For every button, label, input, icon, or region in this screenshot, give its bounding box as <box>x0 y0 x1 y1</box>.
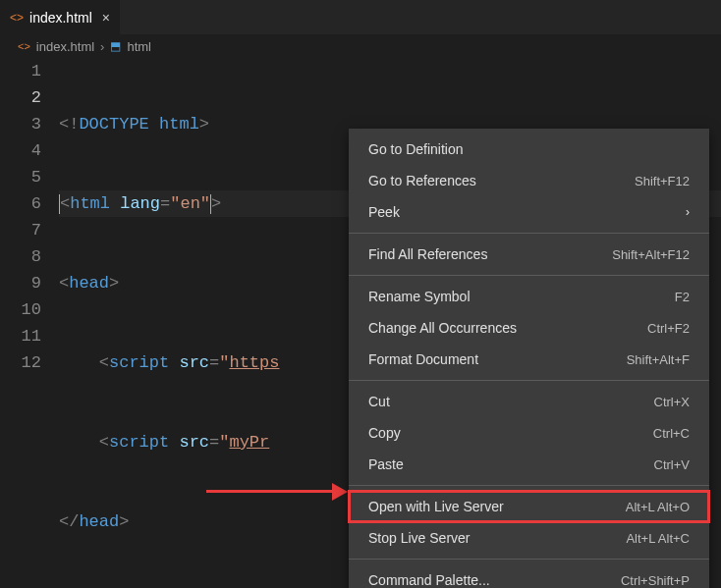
chevron-right-icon: › <box>100 39 104 54</box>
html-file-icon: <> <box>10 11 24 25</box>
menu-separator <box>349 380 709 381</box>
menu-item-open-with-live-server[interactable]: Open with Live ServerAlt+L Alt+O <box>349 491 709 522</box>
tab-filename: index.html <box>29 10 92 26</box>
chevron-right-icon: › <box>686 205 690 219</box>
breadcrumb[interactable]: <> index.html › ⬒ html <box>0 34 721 58</box>
menu-item-format-document[interactable]: Format DocumentShift+Alt+F <box>349 344 709 375</box>
editor-tab[interactable]: <> index.html × <box>0 0 121 34</box>
line-number-gutter: 1 2 3 4 5 6 7 8 9 10 11 12 <box>0 58 59 588</box>
menu-item-peek[interactable]: Peek› <box>349 196 709 228</box>
symbol-icon: ⬒ <box>110 39 121 53</box>
menu-item-command-palette[interactable]: Command Palette...Ctrl+Shift+P <box>349 564 709 588</box>
menu-separator <box>349 485 709 486</box>
menu-separator <box>349 275 709 276</box>
menu-item-rename-symbol[interactable]: Rename SymbolF2 <box>349 281 709 312</box>
tab-bar: <> index.html × <box>0 0 721 34</box>
menu-item-go-to-definition[interactable]: Go to Definition <box>349 134 709 165</box>
menu-item-copy[interactable]: CopyCtrl+C <box>349 417 709 449</box>
breadcrumb-symbol[interactable]: html <box>127 39 151 54</box>
menu-item-stop-live-server[interactable]: Stop Live ServerAlt+L Alt+C <box>349 522 709 554</box>
menu-item-change-all-occurrences[interactable]: Change All OccurrencesCtrl+F2 <box>349 312 709 344</box>
breadcrumb-file[interactable]: index.html <box>36 39 94 54</box>
menu-separator <box>349 233 709 234</box>
menu-separator <box>349 559 709 560</box>
html-file-icon: <> <box>18 40 30 52</box>
menu-item-find-all-references[interactable]: Find All ReferencesShift+Alt+F12 <box>349 239 709 270</box>
annotation-arrow <box>206 490 334 493</box>
menu-item-go-to-references[interactable]: Go to ReferencesShift+F12 <box>349 165 709 196</box>
close-icon[interactable]: × <box>102 10 110 26</box>
context-menu: Go to Definition Go to ReferencesShift+F… <box>349 129 709 588</box>
menu-item-cut[interactable]: CutCtrl+X <box>349 386 709 417</box>
menu-item-paste[interactable]: PasteCtrl+V <box>349 449 709 480</box>
